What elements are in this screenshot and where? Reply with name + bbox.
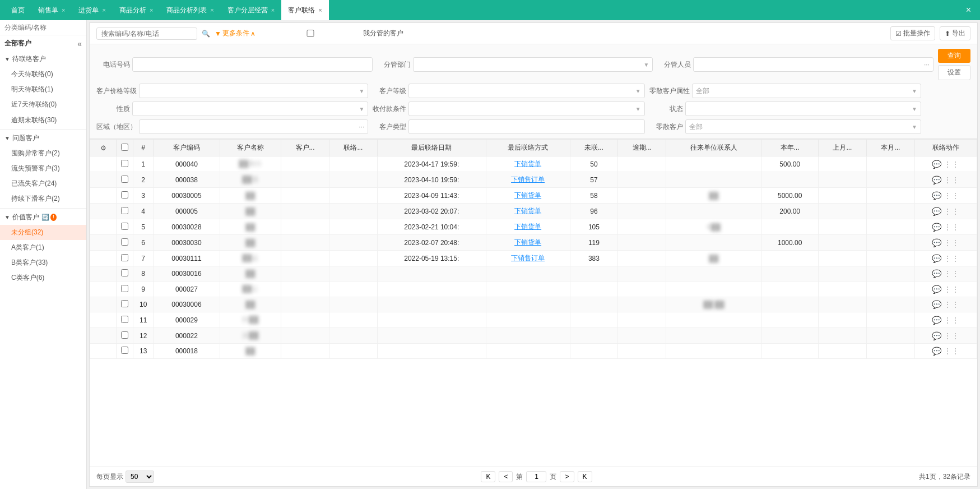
tab-sales[interactable]: 销售单 × bbox=[31, 0, 72, 20]
name-col-header[interactable]: 客户名称 bbox=[220, 140, 281, 156]
more-action-icon[interactable]: ⋮⋮ bbox=[944, 300, 959, 309]
last-method-cell[interactable] bbox=[486, 282, 570, 297]
price-level-select[interactable]: ▼ bbox=[139, 84, 368, 98]
last-date-col-header[interactable]: 最后联络日期 bbox=[377, 140, 486, 156]
category-search-input[interactable] bbox=[4, 24, 87, 31]
nature-select[interactable]: ▼ bbox=[132, 102, 368, 116]
tab-customer-contact[interactable]: 客户联络 × bbox=[281, 0, 328, 20]
my-customer-checkbox-area[interactable]: 我分管的客户 bbox=[260, 29, 403, 38]
last-month-col-header[interactable]: 上月... bbox=[819, 140, 867, 156]
phone-action-icon[interactable]: 💬 bbox=[932, 176, 941, 184]
next-page-btn[interactable]: > bbox=[560, 471, 574, 482]
row-checkbox[interactable] bbox=[121, 223, 128, 230]
contact-col-header[interactable]: 联络... bbox=[329, 140, 377, 156]
cust-level-select[interactable]: ▼ bbox=[408, 84, 644, 98]
phone-action-icon[interactable]: 💬 bbox=[932, 316, 941, 325]
phone-action-icon[interactable]: 💬 bbox=[932, 285, 941, 294]
sidebar-group-value[interactable]: ▼ 价值客户 🔄 ! bbox=[0, 210, 86, 225]
row-checkbox[interactable] bbox=[121, 238, 128, 246]
close-icon[interactable]: × bbox=[62, 7, 65, 13]
scatter-attr-select[interactable]: 全部 ▼ bbox=[692, 84, 921, 98]
search-submit-icon[interactable]: 🔍 bbox=[202, 30, 210, 38]
sidebar-group-problem[interactable]: ▼ 问题客户 bbox=[0, 131, 86, 146]
last-method-cell[interactable]: 下销货单 bbox=[486, 219, 570, 235]
sidebar-item-today[interactable]: 今天待联络(0) bbox=[0, 67, 86, 82]
row-checkbox-cell[interactable] bbox=[117, 219, 133, 235]
row-checkbox-cell[interactable] bbox=[117, 204, 133, 219]
reset-btn[interactable]: 设置 bbox=[938, 65, 970, 80]
phone-action-icon[interactable]: 💬 bbox=[932, 207, 941, 216]
row-checkbox-cell[interactable] bbox=[117, 188, 133, 204]
last-method-cell[interactable]: 下销货单 bbox=[486, 188, 570, 204]
phone-action-icon[interactable]: 💬 bbox=[932, 238, 941, 247]
more-action-icon[interactable]: ⋮⋮ bbox=[944, 285, 959, 294]
more-action-icon[interactable]: ⋮⋮ bbox=[944, 331, 959, 340]
row-checkbox-cell[interactable] bbox=[117, 328, 133, 344]
row-checkbox-cell[interactable] bbox=[117, 312, 133, 328]
more-action-icon[interactable]: ⋮⋮ bbox=[944, 254, 959, 263]
tab-customer-tier[interactable]: 客户分层经营 × bbox=[221, 0, 281, 20]
phone-action-icon[interactable]: 💬 bbox=[932, 223, 941, 232]
row-checkbox[interactable] bbox=[121, 254, 128, 261]
query-btn[interactable]: 查询 bbox=[938, 49, 970, 63]
export-btn[interactable]: ⬆ 导出 bbox=[940, 26, 970, 40]
home-tab[interactable]: 首页 bbox=[4, 0, 31, 20]
last-method-cell[interactable]: 下销售订单 bbox=[486, 251, 570, 266]
search-input[interactable] bbox=[96, 27, 197, 40]
status-select[interactable]: ▼ bbox=[685, 102, 921, 116]
sidebar-item-b-class[interactable]: B类客户(33) bbox=[0, 255, 86, 270]
select-all-checkbox[interactable] bbox=[121, 144, 128, 151]
close-window-btn[interactable]: × bbox=[962, 5, 976, 15]
checkbox-col-header[interactable] bbox=[117, 140, 133, 156]
sidebar-item-abnormal[interactable]: 囤购异常客户(2) bbox=[0, 146, 86, 161]
type-col-header[interactable]: 客户... bbox=[281, 140, 329, 156]
tab-purchase[interactable]: 进货单 × bbox=[72, 0, 112, 20]
more-action-icon[interactable]: ⋮⋮ bbox=[944, 191, 959, 200]
close-icon[interactable]: × bbox=[271, 7, 275, 13]
this-month-col-header[interactable]: 本月... bbox=[866, 140, 914, 156]
row-checkbox-cell[interactable] bbox=[117, 235, 133, 251]
last-method-cell[interactable]: 下销货单 bbox=[486, 235, 570, 251]
last-method-cell[interactable]: 下销货单 bbox=[486, 204, 570, 219]
sidebar-item-lost[interactable]: 已流失客户(24) bbox=[0, 176, 86, 191]
more-action-icon[interactable]: ⋮⋮ bbox=[944, 347, 959, 356]
sidebar-item-warning[interactable]: 流失预警客户(3) bbox=[0, 161, 86, 176]
close-icon[interactable]: × bbox=[150, 7, 153, 13]
sidebar-item-tomorrow[interactable]: 明天待联络(1) bbox=[0, 82, 86, 97]
year-amount-col-header[interactable]: 本年... bbox=[761, 140, 819, 156]
dept-select[interactable]: ▼ bbox=[413, 57, 653, 72]
my-customer-checkbox[interactable] bbox=[260, 30, 361, 37]
phone-action-icon[interactable]: 💬 bbox=[932, 300, 941, 309]
row-checkbox[interactable] bbox=[121, 285, 128, 292]
per-page-select[interactable]: 50 100 200 bbox=[126, 470, 154, 483]
row-checkbox-cell[interactable] bbox=[117, 172, 133, 188]
phone-action-icon[interactable]: 💬 bbox=[932, 160, 941, 169]
more-conditions-btn[interactable]: ▼ 更多条件 ∧ bbox=[215, 29, 256, 38]
row-checkbox[interactable] bbox=[121, 316, 128, 323]
more-action-icon[interactable]: ⋮⋮ bbox=[944, 160, 959, 169]
sidebar-item-overdue[interactable]: 逾期未联络(30) bbox=[0, 113, 86, 128]
manager-select[interactable]: ··· bbox=[693, 57, 933, 72]
phone-action-icon[interactable]: 💬 bbox=[932, 331, 941, 340]
last-method-cell[interactable] bbox=[486, 344, 570, 359]
last-method-col-header[interactable]: 最后联络方式 bbox=[486, 140, 570, 156]
tab-product-list[interactable]: 商品分析列表 × bbox=[160, 0, 220, 20]
sidebar-group-pending[interactable]: ▼ 待联络客户 bbox=[0, 52, 86, 67]
row-checkbox[interactable] bbox=[121, 207, 128, 214]
cust-type-select[interactable] bbox=[408, 119, 644, 134]
page-number-input[interactable] bbox=[526, 471, 546, 482]
first-page-btn[interactable]: K bbox=[481, 471, 495, 482]
more-action-icon[interactable]: ⋮⋮ bbox=[944, 269, 959, 278]
phone-action-icon[interactable]: 💬 bbox=[932, 191, 941, 200]
row-checkbox[interactable] bbox=[121, 331, 128, 339]
batch-op-btn[interactable]: ☑ 批量操作 bbox=[890, 26, 935, 40]
row-checkbox-cell[interactable] bbox=[117, 251, 133, 266]
row-checkbox[interactable] bbox=[121, 160, 128, 167]
all-customers-header[interactable]: 全部客户 « bbox=[0, 35, 86, 52]
last-method-cell[interactable]: 下销售订单 bbox=[486, 172, 570, 188]
phone-input[interactable] bbox=[132, 57, 373, 72]
row-checkbox[interactable] bbox=[121, 269, 128, 276]
close-icon[interactable]: × bbox=[318, 7, 322, 13]
row-checkbox[interactable] bbox=[121, 176, 128, 183]
last-method-cell[interactable] bbox=[486, 328, 570, 344]
